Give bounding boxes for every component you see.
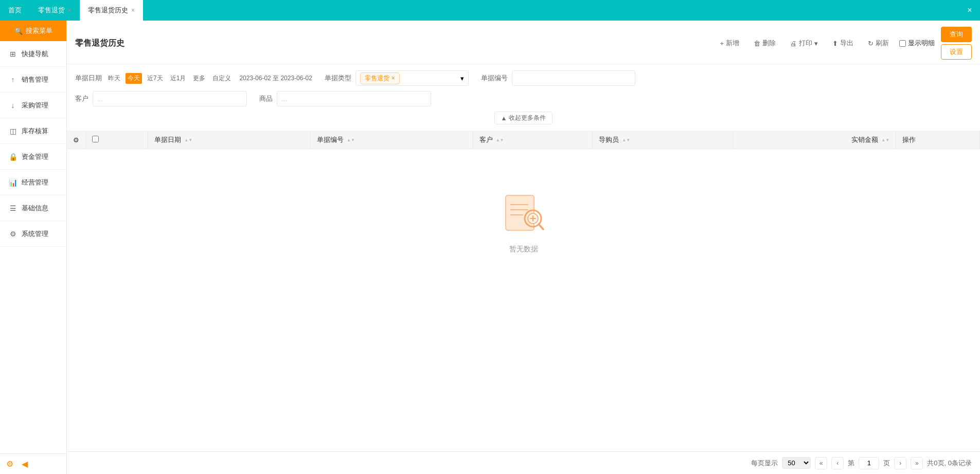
export-icon: ⬆ bbox=[832, 40, 838, 47]
refresh-button[interactable]: ↻ 刷新 bbox=[864, 37, 893, 50]
sidebar-item-basic-info[interactable]: ☰ 基础信息 bbox=[0, 195, 66, 221]
page-last-button[interactable]: » bbox=[911, 457, 923, 469]
bill-no-input[interactable] bbox=[512, 70, 635, 86]
customer-select[interactable]: ... bbox=[93, 91, 247, 106]
sidebar: 🔍 搜索菜单 ⊞ 快捷导航 ↑ 销售管理 ↓ 采购管理 ◫ 库存核算 🔒 资金 bbox=[0, 21, 67, 474]
date-options: 昨天 今天 近7天 近1月 更多 自定义 bbox=[106, 73, 233, 84]
page-next-button[interactable]: › bbox=[894, 457, 906, 469]
inventory-check-icon: ◫ bbox=[8, 126, 17, 136]
setting-button[interactable]: 设置 bbox=[941, 44, 972, 60]
tab-retail-return[interactable]: 零售退货 × bbox=[30, 0, 80, 21]
filter-goods-item: 商品 ... bbox=[259, 91, 431, 106]
print-label: 打印 bbox=[799, 39, 812, 48]
tab-retail-return-history-label: 零售退货历史 bbox=[88, 6, 128, 15]
tab-retail-return-history-close[interactable]: × bbox=[131, 7, 135, 14]
collapse-filter-button[interactable]: ▲ 收起更多条件 bbox=[494, 112, 553, 124]
print-icon: 🖨 bbox=[790, 40, 797, 47]
th-operation-label: 操作 bbox=[902, 136, 916, 143]
filter-bill-no-item: 单据编号 bbox=[481, 70, 635, 86]
delete-button[interactable]: 🗑 删除 bbox=[750, 37, 780, 50]
customer-placeholder: ... bbox=[97, 95, 103, 103]
per-page-label: 每页显示 bbox=[751, 459, 778, 468]
tab-retail-return-history[interactable]: 零售退货历史 × bbox=[80, 0, 143, 21]
empty-state: 暂无数据 bbox=[67, 149, 980, 295]
query-setting-group: 查询 设置 bbox=[941, 27, 972, 60]
sidebar-item-inventory-check[interactable]: ◫ 库存核算 bbox=[0, 118, 66, 144]
date-option-today[interactable]: 今天 bbox=[126, 73, 142, 84]
th-amount-label: 实销金额 bbox=[851, 135, 878, 144]
sidebar-item-finance-mgmt[interactable]: 🔒 资金管理 bbox=[0, 144, 66, 170]
th-checkbox[interactable] bbox=[86, 131, 148, 149]
th-customer-label: 客户 bbox=[479, 135, 493, 144]
page-input[interactable] bbox=[859, 457, 879, 469]
page-prev-button[interactable]: ‹ bbox=[831, 457, 844, 469]
customer-label: 客户 bbox=[75, 94, 88, 103]
settings-icon[interactable]: ⚙ bbox=[6, 459, 13, 469]
date-option-custom[interactable]: 自定义 bbox=[210, 73, 233, 84]
tab-list: 首页 零售退货 × 零售退货历史 × bbox=[0, 0, 959, 21]
date-option-more[interactable]: 更多 bbox=[191, 73, 207, 84]
bill-type-label: 单据类型 bbox=[325, 74, 351, 83]
th-settings[interactable]: ⚙ bbox=[67, 131, 86, 149]
bill-type-tag: 零售退货 × bbox=[360, 72, 400, 84]
svg-rect-0 bbox=[506, 195, 534, 230]
page-label: 第 bbox=[848, 459, 854, 468]
th-guide-label: 导购员 bbox=[599, 135, 619, 144]
table-header: ⚙ 单据日期 ▲▼ 单据编号 ▲▼ bbox=[67, 131, 980, 149]
date-option-last1m[interactable]: 近1月 bbox=[168, 73, 188, 84]
bill-type-select[interactable]: 零售退货 × ▾ bbox=[355, 70, 469, 86]
tab-retail-return-label: 零售退货 bbox=[38, 6, 65, 15]
pagination: 每页显示 50 100 200 « ‹ 第 页 › » 共0页, 0条记录 bbox=[67, 451, 980, 474]
goods-label: 商品 bbox=[259, 94, 273, 103]
system-mgmt-icon: ⚙ bbox=[8, 229, 17, 239]
quick-nav-label: 快捷导航 bbox=[22, 49, 48, 59]
sidebar-item-quick-nav[interactable]: ⊞ 快捷导航 bbox=[0, 41, 66, 67]
svg-line-6 bbox=[539, 224, 543, 229]
sales-mgmt-label: 销售管理 bbox=[22, 75, 48, 84]
sales-mgmt-icon: ↑ bbox=[8, 75, 17, 84]
bill-type-value: 零售退货 bbox=[365, 74, 389, 83]
sidebar-item-purchase-mgmt[interactable]: ↓ 采购管理 bbox=[0, 93, 66, 118]
th-customer[interactable]: 客户 ▲▼ bbox=[473, 131, 593, 149]
bill-type-clear-icon[interactable]: × bbox=[391, 75, 395, 82]
empty-icon bbox=[498, 190, 549, 236]
th-guide[interactable]: 导购员 ▲▼ bbox=[593, 131, 734, 149]
date-filter-label: 单据日期 bbox=[75, 74, 102, 83]
display-detail-input[interactable] bbox=[899, 40, 906, 47]
th-amount[interactable]: 实销金额 ▲▼ bbox=[734, 131, 896, 149]
display-detail-checkbox[interactable]: 显示明细 bbox=[899, 39, 935, 48]
th-bill-no[interactable]: 单据编号 ▲▼ bbox=[311, 131, 473, 149]
filter-row-1: 单据日期 昨天 今天 近7天 近1月 更多 自定义 2023-06-02 至 2… bbox=[75, 70, 972, 86]
print-button[interactable]: 🖨 打印 ▾ bbox=[786, 37, 822, 50]
sidebar-item-operations-mgmt[interactable]: 📊 经营管理 bbox=[0, 170, 66, 195]
page-first-button[interactable]: « bbox=[815, 457, 827, 469]
goods-select[interactable]: ... bbox=[277, 91, 431, 106]
print-chevron-icon: ▾ bbox=[814, 40, 818, 47]
filter-date-item: 单据日期 昨天 今天 近7天 近1月 更多 自定义 2023-06-02 至 2… bbox=[75, 73, 312, 84]
bill-no-sort-icon: ▲▼ bbox=[347, 138, 355, 142]
collapse-sidebar-icon[interactable]: ◀ bbox=[22, 459, 28, 469]
search-menu-button[interactable]: 🔍 搜索菜单 bbox=[0, 21, 66, 41]
export-button[interactable]: ⬆ 导出 bbox=[828, 37, 858, 50]
tab-home-label: 首页 bbox=[8, 6, 22, 15]
th-bill-date[interactable]: 单据日期 ▲▼ bbox=[148, 131, 311, 149]
new-button[interactable]: + 新增 bbox=[716, 37, 743, 50]
finance-mgmt-icon: 🔒 bbox=[8, 152, 17, 161]
tab-home[interactable]: 首页 bbox=[0, 0, 30, 21]
date-option-yesterday[interactable]: 昨天 bbox=[106, 73, 122, 84]
select-all-checkbox[interactable] bbox=[92, 136, 99, 142]
date-option-last7[interactable]: 近7天 bbox=[145, 73, 165, 84]
new-label: 新增 bbox=[726, 39, 739, 48]
query-button[interactable]: 查询 bbox=[941, 27, 972, 42]
delete-icon: 🗑 bbox=[754, 40, 760, 47]
empty-text: 暂无数据 bbox=[509, 245, 538, 254]
window-close-button[interactable]: × bbox=[959, 0, 980, 21]
main-layout: 🔍 搜索菜单 ⊞ 快捷导航 ↑ 销售管理 ↓ 采购管理 ◫ 库存核算 🔒 资金 bbox=[0, 21, 980, 474]
export-label: 导出 bbox=[840, 39, 853, 48]
content-area: 零售退货历史 + 新增 🗑 删除 🖨 打印 ▾ ⬆ 导出 bbox=[67, 21, 980, 474]
per-page-select[interactable]: 50 100 200 bbox=[782, 457, 811, 469]
basic-info-icon: ☰ bbox=[8, 204, 17, 213]
sidebar-item-system-mgmt[interactable]: ⚙ 系统管理 bbox=[0, 221, 66, 247]
sidebar-item-sales-mgmt[interactable]: ↑ 销售管理 bbox=[0, 67, 66, 93]
tab-retail-return-close[interactable]: × bbox=[68, 7, 72, 14]
